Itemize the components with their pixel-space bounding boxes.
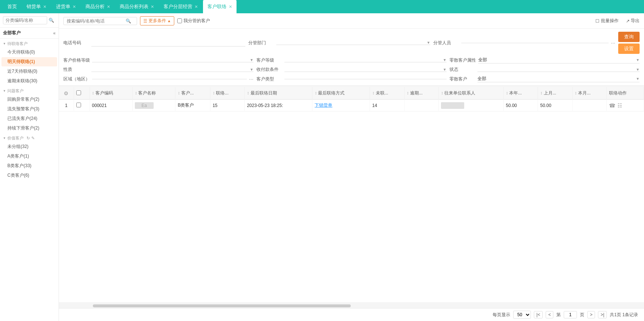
sidebar-item-7days-pending[interactable]: 近7天待联络(0) bbox=[1, 67, 57, 76]
price-level-select[interactable]: ▼ bbox=[92, 58, 253, 62]
th-customer-type: ↕ 客户... bbox=[175, 87, 210, 100]
nav-sales-order[interactable]: 销货单 ✕ bbox=[22, 0, 51, 13]
sort-icon-9: ↕ bbox=[441, 90, 443, 96]
nav-customer-contact[interactable]: 客户联络 ✕ bbox=[203, 0, 237, 13]
call-action-icon[interactable]: ☎ bbox=[609, 103, 615, 108]
sidebar-search-icon[interactable]: 🔍 bbox=[49, 18, 54, 23]
action-icons: ☎ ☷ bbox=[609, 103, 641, 108]
filter-phone: 电话号码 bbox=[63, 39, 245, 46]
nav-product-analysis-list-close[interactable]: ✕ bbox=[151, 4, 154, 9]
select-all-checkbox[interactable] bbox=[76, 90, 81, 95]
export-btn[interactable]: ↗ 导出 bbox=[626, 18, 640, 24]
price-level-label: 客户价格等级 bbox=[63, 57, 90, 63]
nav-customer-tier[interactable]: 客户分层经营 ✕ bbox=[159, 0, 202, 13]
sidebar-item-class-c[interactable]: C类客户(6) bbox=[1, 171, 57, 180]
th-last-contact-method: ↕ 最后联络方式 bbox=[312, 87, 370, 100]
retail-attr-select[interactable]: 全部 ▼ bbox=[478, 57, 640, 63]
customer-type-select[interactable] bbox=[284, 79, 447, 79]
table-row: 1 000021 Ea B类客户 15 2023-05-23 18:25: bbox=[59, 100, 644, 111]
top-navigation: 首页 销货单 ✕ 进货单 ✕ 商品分析 ✕ 商品分析列表 ✕ 客户分层经营 ✕ … bbox=[0, 0, 644, 13]
sidebar-item-class-b[interactable]: B类客户(33) bbox=[1, 161, 57, 170]
sidebar-item-ungrouped[interactable]: 未分组(32) bbox=[1, 142, 57, 151]
pending-triangle-icon: ▼ bbox=[3, 42, 6, 45]
value-refresh-icon[interactable]: ↻ bbox=[27, 136, 30, 141]
sidebar-search-input[interactable] bbox=[3, 16, 47, 24]
status-chevron-icon: ▼ bbox=[636, 68, 640, 72]
search-icon[interactable]: 🔍 bbox=[126, 18, 131, 24]
sort-icon-3: ↕ bbox=[178, 90, 180, 96]
nav-sales-order-close[interactable]: ✕ bbox=[43, 4, 46, 9]
nav-product-analysis[interactable]: 商品分析 ✕ bbox=[81, 0, 115, 13]
scrollbar-thumb[interactable] bbox=[93, 304, 351, 307]
retail-attr-chevron-icon: ▼ bbox=[636, 58, 640, 62]
reset-button[interactable]: 设置 bbox=[618, 44, 640, 54]
sidebar-item-class-a[interactable]: A类客户(1) bbox=[1, 152, 57, 161]
filter-btn-group: 查询 设置 bbox=[618, 32, 640, 54]
td-last-month: 50.00 bbox=[538, 100, 572, 111]
region-label: 区域（地区） bbox=[63, 76, 90, 82]
batch-ops-btn[interactable]: ☐ 批量操作 bbox=[595, 18, 619, 24]
th-this-year: ↕ 本年... bbox=[504, 87, 538, 100]
dept-select[interactable]: ▼ bbox=[276, 41, 430, 45]
nav-purchase-order-close[interactable]: ✕ bbox=[73, 4, 76, 9]
page-number-input[interactable] bbox=[564, 311, 577, 318]
th-last-month: ↕ 上月... bbox=[538, 87, 572, 100]
payment-select[interactable]: ▼ bbox=[284, 68, 447, 72]
prev-page-btn[interactable]: < bbox=[546, 311, 553, 318]
nav-purchase-order[interactable]: 进货单 ✕ bbox=[52, 0, 80, 13]
phone-input[interactable] bbox=[91, 39, 245, 46]
column-settings-icon[interactable]: ⚙ bbox=[64, 90, 69, 96]
sidebar-item-overdue-contact[interactable]: 逾期未联络(30) bbox=[1, 76, 57, 86]
td-last-contact-date: 2023-05-23 18:25: bbox=[245, 100, 312, 111]
nav-product-analysis-close[interactable]: ✕ bbox=[107, 4, 110, 9]
sort-icon-2: ↕ bbox=[135, 90, 137, 96]
region-dots[interactable]: ··· bbox=[249, 76, 253, 82]
search-input[interactable] bbox=[67, 18, 126, 24]
filter-payment: 收付款条件 ▼ bbox=[256, 66, 447, 73]
nav-home[interactable]: 首页 bbox=[3, 0, 21, 13]
filter-row-1: 电话号码 分管部门 ▼ 分管人员 ··· 查询 设置 bbox=[63, 32, 640, 54]
table-header-row: ⚙ ↕ 客户编码 ↕ 客户名称 bbox=[59, 87, 644, 100]
th-checkbox bbox=[74, 87, 90, 100]
nav-customer-contact-close[interactable]: ✕ bbox=[229, 4, 232, 9]
more-conditions-btn[interactable]: ☰ 更多条件 ▲ bbox=[140, 16, 174, 25]
nav-customer-tier-close[interactable]: ✕ bbox=[195, 4, 198, 9]
value-edit-icon[interactable]: ✎ bbox=[31, 136, 35, 141]
my-customers-checkbox[interactable]: 我分管的客户 bbox=[177, 18, 210, 24]
status-label: 状态 bbox=[449, 66, 475, 73]
gender-chevron-icon: ▼ bbox=[250, 68, 253, 72]
sidebar-item-continuous-decline[interactable]: 持续下滑客户(2) bbox=[1, 124, 57, 133]
menu-action-icon[interactable]: ☷ bbox=[617, 103, 622, 108]
sidebar: 🔍 全部客户 « ▼ 待联络客户 今天待联络(0) 明天待联络(1) 近7天待联… bbox=[0, 13, 59, 321]
last-page-btn[interactable]: >| bbox=[598, 311, 607, 318]
my-customers-check[interactable] bbox=[177, 18, 182, 23]
sidebar-all-customers[interactable]: 全部客户 « bbox=[0, 28, 59, 39]
td-this-year: 50.00 bbox=[504, 100, 538, 111]
sidebar-collapse-icon[interactable]: « bbox=[53, 31, 56, 36]
payment-chevron-icon: ▼ bbox=[443, 68, 447, 72]
pagination-bar: 每页显示 50 |< < 第 页 > >| 共1页 1条记录 bbox=[59, 308, 644, 321]
page-size-select[interactable]: 50 bbox=[513, 311, 531, 319]
nav-product-analysis-list[interactable]: 商品分析列表 ✕ bbox=[115, 0, 158, 13]
retail-customer-select[interactable]: 全部 ▼ bbox=[477, 76, 640, 82]
th-overdue: ↕ 逾期... bbox=[404, 87, 438, 100]
sidebar-item-churn-warning[interactable]: 流失预警客户(3) bbox=[1, 104, 57, 114]
sort-icon-12: ↕ bbox=[575, 90, 577, 96]
sidebar-item-repurchase-abnormal[interactable]: 回购异常客户(2) bbox=[1, 95, 57, 104]
manager-dots[interactable]: ··· bbox=[611, 40, 615, 46]
row-checkbox[interactable] bbox=[76, 103, 81, 107]
gender-select[interactable]: ▼ bbox=[91, 68, 253, 72]
first-page-btn[interactable]: |< bbox=[534, 311, 543, 318]
sidebar-item-today-pending[interactable]: 今天待联络(0) bbox=[1, 48, 57, 57]
sidebar-item-tomorrow-pending[interactable]: 明天待联络(1) bbox=[1, 57, 57, 66]
table-body: 1 000021 Ea B类客户 15 2023-05-23 18:25: bbox=[59, 100, 644, 111]
horizontal-scrollbar[interactable] bbox=[59, 304, 644, 308]
next-page-btn[interactable]: > bbox=[587, 311, 595, 318]
sidebar-item-churned[interactable]: 已流失客户(24) bbox=[1, 114, 57, 123]
th-gear: ⚙ bbox=[59, 87, 74, 100]
query-button[interactable]: 查询 bbox=[618, 32, 640, 42]
status-select[interactable]: ▼ bbox=[477, 68, 640, 72]
filter-customer-type: 客户类型 bbox=[256, 76, 447, 82]
sort-icon-7: ↕ bbox=[372, 90, 374, 96]
customer-level-select[interactable]: ▼ bbox=[284, 58, 447, 62]
